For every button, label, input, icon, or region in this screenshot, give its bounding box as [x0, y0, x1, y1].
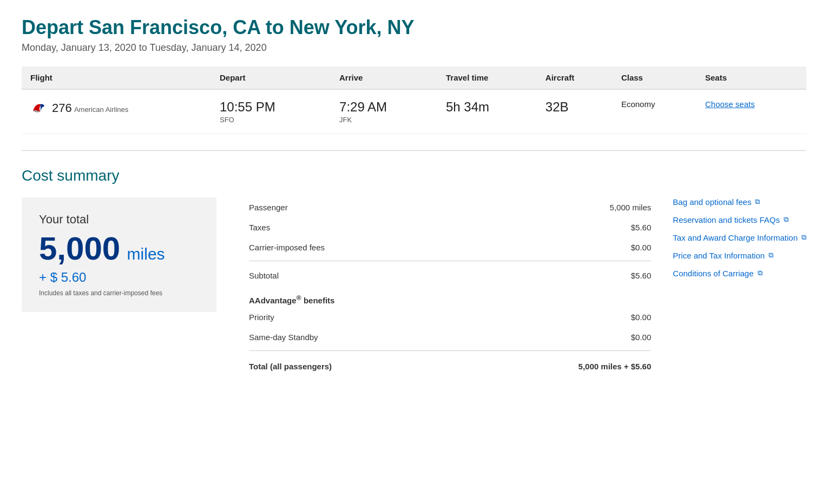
cost-summary-title: Cost summary	[22, 167, 806, 184]
aircraft-code: 32B	[546, 100, 604, 115]
your-total-label: Your total	[39, 213, 199, 227]
external-link-icon-3: ⧉	[801, 233, 806, 242]
standby-label: Same-day Standby	[249, 333, 318, 342]
cost-row-total: Total (all passengers) 5,000 miles + $5.…	[249, 354, 651, 373]
cost-row-subtotal: Subtotal $5.60	[249, 264, 651, 287]
seats-cell: Choose seats	[696, 89, 806, 134]
travel-time-value: 5h 34m	[446, 100, 528, 115]
section-divider	[22, 150, 806, 151]
total-value: 5,000 miles + $5.60	[579, 362, 652, 371]
tax-award-link-text: Tax and Award Charge Information	[673, 233, 798, 242]
subtotal-value: $5.60	[597, 271, 651, 280]
col-header-travel-time: Travel time	[437, 67, 537, 89]
cost-row-carrier-fees: Carrier-imposed fees $0.00	[249, 237, 651, 257]
cost-row-taxes: Taxes $5.60	[249, 217, 651, 237]
passenger-value: 5,000 miles	[597, 203, 651, 212]
travel-time-cell: 5h 34m	[437, 89, 537, 134]
external-link-icon-1: ⧉	[755, 197, 760, 206]
aircraft-cell: 32B	[537, 89, 613, 134]
arrive-time: 7:29 AM	[339, 100, 429, 115]
total-miles-number: 5,000	[39, 230, 120, 267]
bag-fees-link-text: Bag and optional fees	[673, 197, 751, 207]
arrive-airport: JFK	[339, 116, 429, 124]
carrier-fees-label: Carrier-imposed fees	[249, 243, 325, 252]
cost-and-links: Passenger 5,000 miles Taxes $5.60 Carrie…	[249, 197, 806, 373]
total-note: Includes all taxes and carrier-imposed f…	[39, 289, 199, 297]
carrier-fees-value: $0.00	[597, 243, 651, 252]
col-header-class: Class	[613, 67, 696, 89]
external-link-icon-2: ⧉	[784, 215, 788, 224]
links-column: Bag and optional fees ⧉ Reservation and …	[651, 197, 806, 373]
table-header-row: Flight Depart Arrive Travel time Aircraf…	[22, 67, 806, 89]
passenger-label: Passenger	[249, 203, 288, 212]
airline-name: American Airlines	[74, 105, 128, 114]
total-miles-word: miles	[127, 245, 165, 263]
cost-row-standby: Same-day Standby $0.00	[249, 327, 651, 347]
col-header-flight: Flight	[22, 67, 211, 89]
depart-time: 10:55 PM	[220, 100, 322, 115]
american-airlines-logo-icon	[30, 100, 48, 117]
total-miles-display: 5,000 miles	[39, 231, 199, 267]
external-link-icon-4: ⧉	[768, 251, 773, 260]
flight-cell: 276 American Airlines	[22, 89, 211, 134]
choose-seats-link[interactable]: Choose seats	[705, 100, 755, 109]
your-total-box: Your total 5,000 miles + $ 5.60 Includes…	[22, 197, 216, 312]
conditions-link-text: Conditions of Carriage	[673, 269, 753, 278]
total-label: Total (all passengers)	[249, 362, 332, 371]
cost-details: Passenger 5,000 miles Taxes $5.60 Carrie…	[249, 197, 651, 373]
flight-number: 276	[52, 101, 72, 115]
priority-value: $0.00	[597, 313, 651, 322]
cost-row-passenger: Passenger 5,000 miles	[249, 197, 651, 217]
arrive-cell: 7:29 AM JFK	[331, 89, 437, 134]
tax-award-charge-link[interactable]: Tax and Award Charge Information ⧉	[673, 233, 806, 242]
price-tax-info-link[interactable]: Price and Tax Information ⧉	[673, 251, 806, 260]
depart-airport: SFO	[220, 116, 322, 124]
class-label: Economy	[621, 100, 688, 109]
external-link-icon-5: ⧉	[758, 269, 763, 277]
standby-value: $0.00	[597, 333, 651, 342]
cost-layout: Your total 5,000 miles + $ 5.60 Includes…	[22, 197, 806, 373]
conditions-of-carriage-link[interactable]: Conditions of Carriage ⧉	[673, 269, 806, 278]
flight-table: Flight Depart Arrive Travel time Aircraf…	[22, 67, 806, 134]
subtotal-label: Subtotal	[249, 271, 279, 280]
page-subtitle: Monday, January 13, 2020 to Tuesday, Jan…	[22, 42, 806, 54]
subtotal-divider	[249, 261, 651, 261]
col-header-depart: Depart	[211, 67, 331, 89]
table-row: 276 American Airlines 10:55 PM SFO 7:29 …	[22, 89, 806, 134]
total-divider	[249, 350, 651, 351]
depart-cell: 10:55 PM SFO	[211, 89, 331, 134]
price-tax-link-text: Price and Tax Information	[673, 251, 765, 260]
benefits-header: AAdvantage® benefits	[249, 287, 651, 307]
cost-row-priority: Priority $0.00	[249, 307, 651, 327]
bag-optional-fees-link[interactable]: Bag and optional fees ⧉	[673, 197, 806, 207]
reservation-tickets-faqs-link[interactable]: Reservation and tickets FAQs ⧉	[673, 215, 806, 224]
total-cash: + $ 5.60	[39, 270, 199, 285]
col-header-seats: Seats	[696, 67, 806, 89]
col-header-arrive: Arrive	[331, 67, 437, 89]
taxes-label: Taxes	[249, 223, 270, 232]
priority-label: Priority	[249, 313, 274, 322]
taxes-value: $5.60	[597, 223, 651, 232]
col-header-aircraft: Aircraft	[537, 67, 613, 89]
reservation-link-text: Reservation and tickets FAQs	[673, 215, 780, 224]
page-title: Depart San Francisco, CA to New York, NY	[22, 16, 806, 39]
class-cell: Economy	[613, 89, 696, 134]
